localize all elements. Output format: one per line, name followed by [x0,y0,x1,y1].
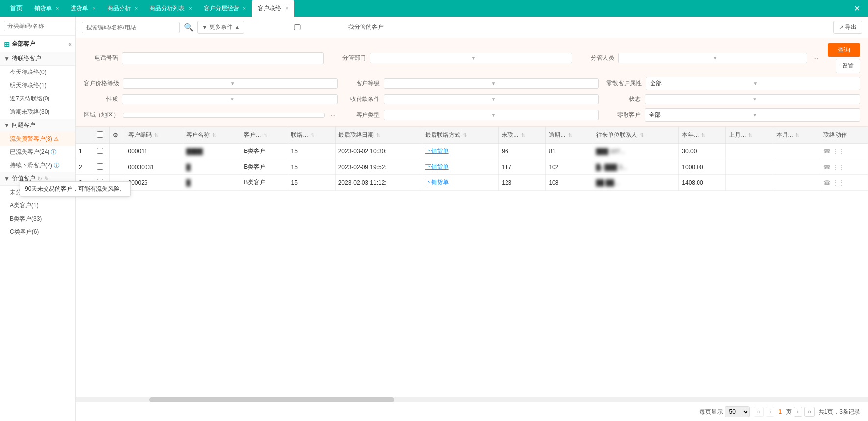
select-all-checkbox[interactable] [97,131,103,138]
col-last-month: 上月... ⇅ [726,127,773,144]
person-select[interactable]: ▼ [618,53,807,63]
export-button[interactable]: ↗ 导出 [833,21,862,34]
sort-tmonth-icon[interactable]: ⇅ [796,132,799,138]
phone-input[interactable] [122,52,324,64]
action-phone-icon-1[interactable]: ☎ [823,148,831,155]
price-grade-select[interactable]: ▼ [123,78,338,89]
sort-date-icon[interactable]: ⇅ [376,132,380,138]
collapse-sidebar-icon[interactable]: « [68,41,72,48]
sidebar-section-pending[interactable]: ▼ 待联络客户 [0,52,75,66]
horizontal-scrollbar[interactable] [76,397,868,402]
sort-name-icon[interactable]: ⇅ [212,132,216,138]
person-more-icon[interactable]: ··· [811,55,820,62]
sort-contact-icon[interactable]: ⇅ [311,132,314,138]
sort-type-icon[interactable]: ⇅ [264,132,267,138]
sort-not-contacted-icon[interactable]: ⇅ [521,132,525,138]
sort-contact-type-icon[interactable]: ⇅ [463,132,467,138]
nav-tab-purchase[interactable]: 进货单 × [65,0,101,17]
sidebar-item-week-contact[interactable]: 近7天待联络(0) [0,92,75,105]
chevron-up-icon: ▲ [234,24,240,31]
next-page-button[interactable]: › [794,407,802,417]
sort-year-icon[interactable]: ⇅ [701,132,705,138]
first-page-button[interactable]: « [754,407,764,417]
nav-tab-customer-contact[interactable]: 客户联络 × [252,0,294,17]
payment-select[interactable]: ▼ [384,94,599,104]
my-customers-checkbox-area[interactable]: 我分管的客户 [248,23,384,31]
customer-type-chevron-icon: ▼ [491,112,595,118]
sidebar-section-problem[interactable]: ▼ 问题客户 [0,119,75,132]
area-label: 区域（地区） [84,111,119,119]
sidebar-search-input[interactable] [4,21,76,31]
area-more-icon[interactable]: ··· [329,112,338,119]
row-checkbox-1[interactable] [97,148,103,154]
page-navigation: « ‹ 1 页 › » [754,407,815,417]
grade-select[interactable]: ▼ [384,78,599,89]
settings-button[interactable]: 设置 [836,59,860,73]
area-select[interactable] [123,113,325,118]
close-tab-analysis-list-icon[interactable]: × [189,0,192,17]
action-phone-icon-2[interactable]: ☎ [823,164,831,171]
action-more-icon-2[interactable]: ⋮⋮ [833,164,844,171]
sort-unit-icon[interactable]: ⇅ [640,132,644,138]
nav-home[interactable]: 首页 [4,0,28,17]
sort-lmonth-icon[interactable]: ⇅ [748,132,752,138]
my-customers-checkbox[interactable] [248,24,346,30]
search-input[interactable] [82,22,180,33]
col-settings[interactable]: ⚙ [109,127,125,144]
sidebar-item-class-c[interactable]: C类客户(6) [0,225,75,239]
close-tab-sales-icon[interactable]: × [56,0,59,17]
pagination-bar: 每页显示 20 50 100 « ‹ 1 页 › » 共1页，3条记录 [76,402,868,421]
cell-checkbox-1[interactable] [94,144,109,159]
sidebar-item-declining[interactable]: 持续下滑客户(2) ⓘ [0,159,75,172]
sidebar-item-class-b[interactable]: B类客户(33) [0,212,75,225]
row-checkbox-2[interactable] [97,163,103,170]
customer-type-select[interactable]: ▼ [384,110,599,120]
status-select[interactable]: ▼ [645,94,860,104]
action-more-icon-3[interactable]: ⋮⋮ [833,179,844,186]
filter-customer-type: 客户类型 ▼ [345,110,599,120]
top-navigation: 首页 销货单 × 进货单 × 商品分析 × 商品分析列表 × 客户分层经营 × … [0,0,868,17]
sidebar-all-customers[interactable]: ⊞ 全部客户 « [0,36,75,52]
sidebar-item-churn-warning[interactable]: 流失预警客户(3) ⚠ [0,132,75,146]
sidebar-item-tomorrow-contact[interactable]: 明天待联络(1) [0,79,75,92]
retail-attr-select[interactable]: 全部 ▼ [646,77,860,90]
close-tab-purchase-icon[interactable]: × [92,0,95,17]
cell-contact-type-2[interactable]: 下销货单 [422,159,499,175]
col-unit-contact: 往来单位联系人 ⇅ [593,127,679,144]
filter-person: 分管人员 ▼ ··· [580,53,820,63]
prev-page-button[interactable]: ‹ [766,407,774,417]
nav-tab-customer-tier[interactable]: 客户分层经营 × [198,0,252,17]
cell-tmonth-2 [773,159,820,175]
cell-checkbox-2[interactable] [94,159,109,175]
search-button[interactable]: 🔍 [184,23,193,32]
sidebar-item-today-contact[interactable]: 今天待联络(0) [0,66,75,79]
last-page-button[interactable]: » [804,407,815,417]
close-tab-customer-contact-icon[interactable]: × [285,0,288,17]
close-tab-analysis-icon[interactable]: × [135,0,138,17]
cell-not-contacted-2: 117 [499,159,546,175]
sort-code-icon[interactable]: ⇅ [154,132,158,138]
nav-tab-analysis-list[interactable]: 商品分析列表 × [144,0,197,17]
data-table-area: ⚙ 客户编码 ⇅ 客户名称 ⇅ 客户... ⇅ [76,127,868,397]
sidebar-item-churned[interactable]: 已流失客户(24) ⓘ [0,146,75,159]
col-not-contacted: 未联... ⇅ [499,127,546,144]
action-more-icon-1[interactable]: ⋮⋮ [833,148,844,155]
filter-payment: 收付款条件 ▼ [345,94,599,104]
dept-select[interactable]: ▼ [370,53,572,63]
filter-row-4: 区域（地区） ··· 客户类型 ▼ 零散客户 全部 [84,108,860,122]
more-conditions-button[interactable]: ▼ 更多条件 ▲ [197,21,244,34]
close-tab-customer-tier-icon[interactable]: × [243,0,246,17]
nav-tab-sales[interactable]: 销货单 × [28,0,65,17]
cell-contact-type-3[interactable]: 下销货单 [422,175,499,191]
nature-select[interactable]: ▼ [122,94,338,104]
cell-contact-type-1[interactable]: 下销货单 [422,144,499,159]
sort-overdue-icon[interactable]: ⇅ [568,132,572,138]
action-phone-icon-3[interactable]: ☎ [823,179,831,186]
sidebar-item-class-a[interactable]: A类客户(1) [0,199,75,212]
window-close-button[interactable]: ✕ [850,4,864,13]
retail-customer-select[interactable]: 全部 ▼ [645,108,860,122]
page-size-select[interactable]: 20 50 100 [725,406,750,417]
query-button[interactable]: 查询 [828,43,860,57]
nav-tab-analysis[interactable]: 商品分析 × [101,0,144,17]
sidebar-item-overdue-contact[interactable]: 逾期未联络(30) [0,105,75,119]
